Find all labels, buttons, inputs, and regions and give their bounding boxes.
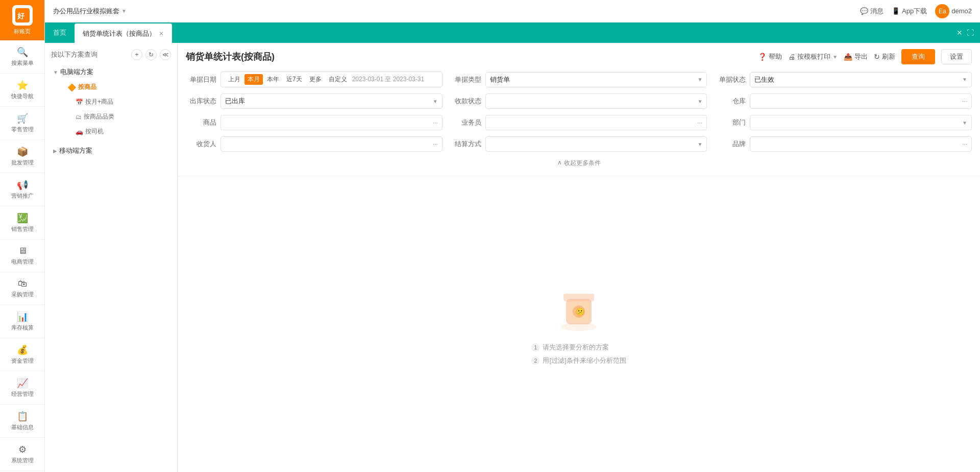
product-ellipsis-icon[interactable]: ··· bbox=[433, 119, 438, 126]
tab-close-icon[interactable]: ✕ bbox=[159, 30, 164, 37]
query-button[interactable]: 查询 bbox=[901, 49, 935, 64]
product-select[interactable]: ··· bbox=[220, 115, 443, 130]
warehouse-select[interactable]: ··· bbox=[750, 93, 972, 109]
tree-mobile-label: 移动端方案 bbox=[59, 146, 92, 155]
sidebar-item-sales[interactable]: 💹 销售管理 bbox=[0, 206, 44, 240]
empty-illustration: 😕 bbox=[553, 284, 604, 335]
tree-sub-month-product[interactable]: 📅 按月+商品 bbox=[49, 95, 173, 109]
filter-out-status: 出库状态 已出库 ▼ bbox=[186, 93, 443, 109]
window-maximize-icon[interactable]: ⛶ bbox=[967, 29, 974, 37]
tab-report[interactable]: 销货单统计表（按商品） ✕ bbox=[75, 23, 172, 44]
header-left: 办公用品行业模拟账套 ▼ bbox=[53, 7, 127, 16]
page-header: 销货单统计表(按商品) ❓ 帮助 🖨 按模板打印 ▼ 📤 导出 bbox=[178, 43, 980, 68]
ecommerce-icon: 🖥 bbox=[18, 246, 27, 256]
sidebar-item-basic[interactable]: 📋 基础信息 bbox=[0, 405, 44, 438]
empty-state: 😕 1 请先选择要分析的方案 2 用[过滤]条件来缩小分析范围 bbox=[178, 176, 980, 472]
tree-child-by-product[interactable]: 🔶 按商品 bbox=[49, 80, 173, 95]
date-tab-this-year[interactable]: 本年 bbox=[264, 74, 282, 85]
sidebar-label-finance: 资金管理 bbox=[11, 357, 34, 365]
tree-desktop-label: 电脑端方案 bbox=[60, 67, 93, 77]
tree-child-product-label: 按商品 bbox=[78, 83, 96, 91]
sidebar-label-search: 搜索菜单 bbox=[11, 59, 34, 67]
calendar-icon: 📅 bbox=[76, 99, 83, 106]
collapse-row[interactable]: ∧ 收起更多条件 bbox=[186, 155, 972, 172]
page-title: 销货单统计表(按商品) bbox=[186, 51, 275, 63]
date-range: 2023-03-01 至 2023-03-31 bbox=[352, 75, 424, 84]
download-icon: 📱 bbox=[892, 7, 900, 15]
recipient-ellipsis-icon[interactable]: ··· bbox=[433, 140, 438, 148]
salesperson-select[interactable]: ··· bbox=[485, 115, 707, 130]
user-profile[interactable]: Ea demo2 bbox=[935, 4, 972, 18]
sidebar-item-marketing[interactable]: 📢 营销推广 bbox=[0, 173, 44, 206]
filter-row-1: 单据日期 上月 本月 本年 近7天 更多 自定义 2023-03-01 至 20… bbox=[186, 68, 972, 90]
bill-type-select[interactable]: 销货单 ▼ bbox=[485, 72, 707, 87]
payment-status-select[interactable]: ▼ bbox=[485, 93, 707, 109]
sidebar-item-inventory[interactable]: 📊 库存核算 bbox=[0, 305, 44, 338]
out-status-label: 出库状态 bbox=[186, 97, 216, 106]
tree-mobile[interactable]: ▶ 移动端方案 bbox=[49, 143, 173, 158]
sidebar-item-quick[interactable]: ⭐ 快捷导航 bbox=[0, 74, 44, 107]
export-button[interactable]: 📤 导出 bbox=[844, 52, 868, 61]
date-control[interactable]: 上月 本月 本年 近7天 更多 自定义 2023-03-01 至 2023-03… bbox=[220, 72, 443, 87]
refresh-button[interactable]: ↻ 刷新 bbox=[874, 52, 895, 61]
filter-row-3: 商品 ··· 业务员 ··· 部门 bbox=[186, 112, 972, 133]
sidebar-label-purchase: 采购管理 bbox=[11, 291, 34, 298]
svg-text:好: 好 bbox=[17, 12, 25, 20]
logo-text: 标账页 bbox=[14, 28, 31, 35]
tab-home[interactable]: 首页 bbox=[45, 22, 75, 43]
content-area: 按以下方案查询 + ↻ ≪ ▼ 电脑端方案 🔶 按商品 📅 按 bbox=[45, 43, 980, 472]
right-panel: 销货单统计表(按商品) ❓ 帮助 🖨 按模板打印 ▼ 📤 导出 bbox=[178, 43, 980, 472]
window-close-icon[interactable]: ✕ bbox=[957, 29, 963, 37]
brand-select[interactable]: ··· bbox=[750, 136, 972, 152]
filter-warehouse: 仓库 ··· bbox=[715, 93, 972, 109]
wholesale-icon: 📦 bbox=[17, 146, 28, 157]
finance-icon: 💰 bbox=[17, 344, 28, 356]
logo-area[interactable]: 好 标账页 bbox=[0, 0, 44, 40]
tree-sub-category[interactable]: 🗂 按商品品类 bbox=[49, 109, 173, 124]
settlement-label: 结算方式 bbox=[451, 139, 481, 149]
top-header: 办公用品行业模拟账套 ▼ 💬 消息 📱 App下载 Ea demo2 bbox=[45, 0, 980, 22]
brand-ellipsis-icon[interactable]: ··· bbox=[962, 140, 967, 148]
date-tab-last7days[interactable]: 近7天 bbox=[283, 74, 305, 85]
tree-desktop[interactable]: ▼ 电脑端方案 bbox=[49, 64, 173, 80]
recipient-select[interactable]: ··· bbox=[220, 136, 443, 152]
panel-refresh-icon[interactable]: ↻ bbox=[145, 49, 157, 60]
panel-add-icon[interactable]: + bbox=[131, 49, 142, 60]
settings-button[interactable]: 设置 bbox=[941, 49, 972, 64]
sidebar-item-wholesale[interactable]: 📦 批发管理 bbox=[0, 140, 44, 173]
salesperson-label: 业务员 bbox=[451, 118, 481, 127]
sidebar-label-marketing: 营销推广 bbox=[11, 192, 34, 200]
chevron-down-icon: ▼ bbox=[53, 69, 58, 75]
department-select[interactable]: ▼ bbox=[750, 115, 972, 130]
salesperson-ellipsis-icon[interactable]: ··· bbox=[697, 119, 702, 126]
panel-collapse-icon[interactable]: ≪ bbox=[160, 49, 171, 60]
tree-sub-driver[interactable]: 🚗 按司机 bbox=[49, 124, 173, 139]
inventory-icon: 📊 bbox=[17, 311, 28, 322]
help-button[interactable]: ❓ 帮助 bbox=[758, 52, 782, 61]
sidebar-item-retail[interactable]: 🛒 零售管理 bbox=[0, 107, 44, 140]
settlement-arrow-icon: ▼ bbox=[697, 141, 702, 147]
bill-status-select[interactable]: 已生效 ▼ bbox=[750, 72, 972, 87]
sidebar-item-operation[interactable]: 📈 经营管理 bbox=[0, 371, 44, 405]
warehouse-ellipsis-icon[interactable]: ··· bbox=[962, 98, 967, 105]
home-tab-label: 首页 bbox=[53, 28, 66, 37]
industry-selector[interactable]: 办公用品行业模拟账套 ▼ bbox=[53, 7, 127, 16]
date-tab-more[interactable]: 更多 bbox=[306, 74, 325, 85]
chevron-right-icon: ▶ bbox=[53, 148, 57, 154]
print-button[interactable]: 🖨 按模板打印 ▼ bbox=[788, 52, 838, 61]
settlement-select[interactable]: ▼ bbox=[485, 136, 707, 152]
sidebar-item-finance[interactable]: 💰 资金管理 bbox=[0, 338, 44, 371]
date-tab-custom[interactable]: 自定义 bbox=[326, 74, 350, 85]
sidebar-item-system[interactable]: ⚙ 系统管理 bbox=[0, 438, 44, 471]
app-download-button[interactable]: 📱 App下载 bbox=[892, 7, 927, 16]
sidebar-item-purchase[interactable]: 🛍 采购管理 bbox=[0, 272, 44, 305]
purchase-icon: 🛍 bbox=[18, 278, 27, 289]
sidebar-item-ecommerce[interactable]: 🖥 电商管理 bbox=[0, 240, 44, 272]
empty-hint-1-text: 请先选择要分析的方案 bbox=[543, 343, 609, 352]
date-tab-this-month[interactable]: 本月 bbox=[244, 74, 263, 85]
sidebar-item-search[interactable]: 🔍 搜索菜单 bbox=[0, 40, 44, 74]
date-tab-last-month[interactable]: 上月 bbox=[225, 74, 243, 85]
message-button[interactable]: 💬 消息 bbox=[860, 7, 884, 16]
out-status-select[interactable]: 已出库 ▼ bbox=[220, 93, 443, 109]
message-label: 消息 bbox=[870, 7, 884, 16]
